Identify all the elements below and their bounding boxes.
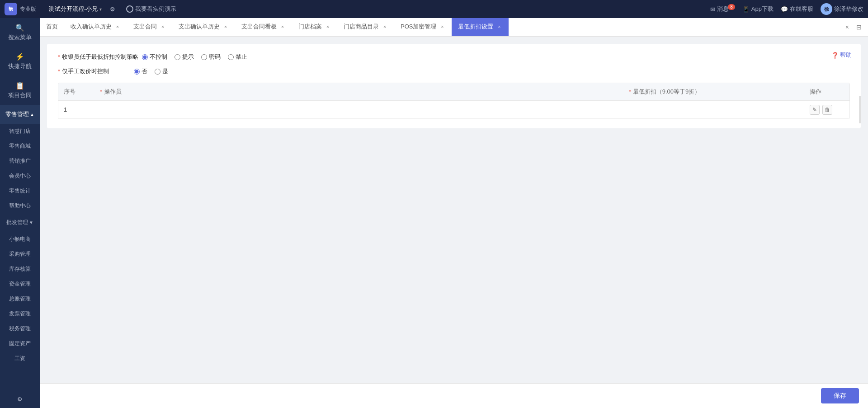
gear-icon: ⚙: [110, 6, 115, 13]
sidebar-item-label: 零售统计: [9, 187, 31, 195]
radio-password-input[interactable]: [201, 54, 207, 60]
radio-password[interactable]: 密码: [201, 53, 221, 61]
tab-store-catalog[interactable]: 门店商品目录 ×: [337, 18, 394, 36]
tab-store-file[interactable]: 门店档案 ×: [292, 18, 337, 36]
sidebar-item-wholesale[interactable]: 批发管理 ▼: [0, 213, 40, 232]
tab-min-discount[interactable]: 最低折扣设置 ×: [452, 18, 509, 36]
tab-close-icon[interactable]: ×: [222, 23, 229, 30]
radio-forbid-input[interactable]: [228, 54, 234, 60]
tab-payment-confirm[interactable]: 支出确认单历史 ×: [172, 18, 235, 36]
sidebar-item-retail-stats[interactable]: 零售统计: [0, 183, 40, 198]
sidebar-item-label: 工资: [14, 355, 25, 362]
th-min-discount: * 最低折扣（9.00等于9折）: [623, 83, 804, 100]
question-icon: ❓: [831, 52, 839, 59]
sidebar-item-smart-store[interactable]: 智慧门店: [0, 124, 40, 139]
sidebar-item-project[interactable]: 📋 项目合同: [0, 76, 40, 105]
sidebar-item-search[interactable]: 🔍 搜索菜单: [0, 18, 40, 47]
page-content: ❓ 帮助 * 收银员低于最低折扣控制策略 不控制: [40, 37, 868, 383]
sidebar-item-inventory[interactable]: 库存核算: [0, 262, 40, 277]
delete-button[interactable]: 🗑: [822, 105, 832, 115]
sidebar-item-label: 智慧门店: [9, 127, 31, 135]
radio-remind[interactable]: 提示: [175, 53, 194, 61]
sidebar-item-marketing[interactable]: 营销推广: [0, 154, 40, 169]
demo-link[interactable]: 我要看实例演示: [126, 5, 176, 13]
sidebar-item-label: 营销推广: [9, 157, 31, 165]
radio-manual-yes[interactable]: 是: [155, 67, 168, 75]
tab-close-icon[interactable]: ×: [496, 23, 502, 30]
radio-manual-no-input[interactable]: [134, 69, 140, 75]
sidebar-item-label: 快捷导航: [8, 62, 32, 70]
online-service-button[interactable]: 💬 在线客服: [781, 5, 813, 13]
sidebar-item-invoice[interactable]: 发票管理: [0, 306, 40, 321]
sidebar-item-label: 采购管理: [9, 250, 31, 258]
tab-close-icon[interactable]: ×: [325, 23, 331, 30]
tab-label: 门店商品目录: [344, 23, 379, 31]
cashier-policy-row: * 收银员低于最低折扣控制策略 不控制 提示: [58, 53, 850, 61]
settings-icon: ⚙: [17, 396, 23, 403]
message-button[interactable]: ✉ 消息 8: [710, 5, 735, 13]
delete-icon: 🗑: [825, 107, 830, 113]
tab-close-icon[interactable]: ×: [114, 23, 121, 30]
sidebar-item-label: 零售商城: [9, 142, 31, 150]
top-bar: 畅 专业版 测试分开流程-小兄 ▾ ⚙ 我要看实例演示 ✉ 消息 8 📱 App…: [0, 0, 868, 18]
download-icon: 📱: [742, 6, 750, 13]
tab-income-history[interactable]: 收入确认单历史 ×: [64, 18, 127, 36]
save-button[interactable]: 保存: [821, 388, 859, 403]
sidebar-item-salary[interactable]: 工资: [0, 351, 40, 366]
tab-payment-contract[interactable]: 支出合同 ×: [127, 18, 172, 36]
tab-payment-board[interactable]: 支出合同看板 ×: [235, 18, 292, 36]
demo-label: 我要看实例演示: [135, 5, 176, 13]
message-badge: 8: [728, 4, 735, 10]
tab-pos-password[interactable]: POS加密管理 ×: [394, 18, 452, 36]
user-menu[interactable]: 徐 徐泽华修改: [821, 3, 863, 15]
tab-menu-button[interactable]: ⊟: [854, 22, 864, 33]
sidebar-item-retail[interactable]: 零售管理 ▲: [0, 105, 40, 124]
tab-home[interactable]: 首页: [40, 18, 64, 36]
search-icon: 🔍: [15, 23, 24, 32]
help-link[interactable]: ❓ 帮助: [831, 51, 852, 59]
radio-password-label: 密码: [209, 53, 221, 61]
table-row: 1 ✎ 🗑: [58, 101, 849, 119]
required-star: *: [100, 88, 104, 95]
sidebar-item-asset[interactable]: 固定资产: [0, 336, 40, 351]
edit-button[interactable]: ✎: [810, 105, 820, 115]
radio-remind-input[interactable]: [175, 54, 180, 60]
th-index: 序号: [58, 83, 94, 100]
sidebar-item-label: 零售管理: [5, 110, 29, 118]
sidebar-item-ecommerce[interactable]: 小畅电商: [0, 232, 40, 247]
sidebar-item-label: 搜索菜单: [8, 33, 32, 42]
demo-circle-icon: [126, 5, 133, 13]
radio-no-control[interactable]: 不控制: [142, 53, 167, 61]
tab-close-icon[interactable]: ×: [160, 23, 166, 30]
topbar-settings-button[interactable]: ⚙: [106, 3, 119, 15]
radio-no-control-label: 不控制: [150, 53, 167, 61]
sidebar-item-purchase[interactable]: 采购管理: [0, 247, 40, 262]
app-logo: 畅 专业版: [5, 3, 44, 15]
app-download-label: App下载: [751, 5, 774, 13]
sidebar-item-member[interactable]: 会员中心: [0, 169, 40, 183]
sidebar-item-finance[interactable]: 资金管理: [0, 277, 40, 291]
chevron-up-icon: ▲: [30, 112, 34, 117]
radio-no-control-input[interactable]: [142, 54, 148, 60]
contract-icon: 📋: [15, 81, 24, 90]
sidebar-item-shortcut[interactable]: ⚡ 快捷导航: [0, 47, 40, 76]
radio-manual-yes-input[interactable]: [155, 69, 160, 75]
required-star: *: [58, 53, 62, 60]
sidebar-item-tax[interactable]: 税务管理: [0, 321, 40, 336]
sidebar-item-ledger[interactable]: 总账管理: [0, 291, 40, 306]
tab-close-icon[interactable]: ×: [439, 23, 445, 30]
sidebar-item-label: 帮助中心: [9, 202, 31, 210]
sidebar-item-label: 固定资产: [9, 340, 31, 347]
radio-manual-no[interactable]: 否: [134, 67, 147, 75]
project-name: 测试分开流程-小兄: [49, 5, 98, 13]
project-selector[interactable]: 测试分开流程-小兄 ▾: [44, 5, 106, 13]
tab-close-all-button[interactable]: ×: [843, 22, 852, 33]
sidebar-settings-button[interactable]: ⚙: [0, 390, 40, 408]
tab-close-icon[interactable]: ×: [279, 23, 286, 30]
sidebar-item-retail-mall[interactable]: 零售商城: [0, 139, 40, 154]
sidebar-item-help[interactable]: 帮助中心: [0, 198, 40, 213]
radio-forbid[interactable]: 禁止: [228, 53, 247, 61]
app-download-button[interactable]: 📱 App下载: [742, 5, 774, 13]
tab-label: 收入确认单历史: [71, 23, 112, 31]
tab-close-icon[interactable]: ×: [382, 23, 388, 30]
